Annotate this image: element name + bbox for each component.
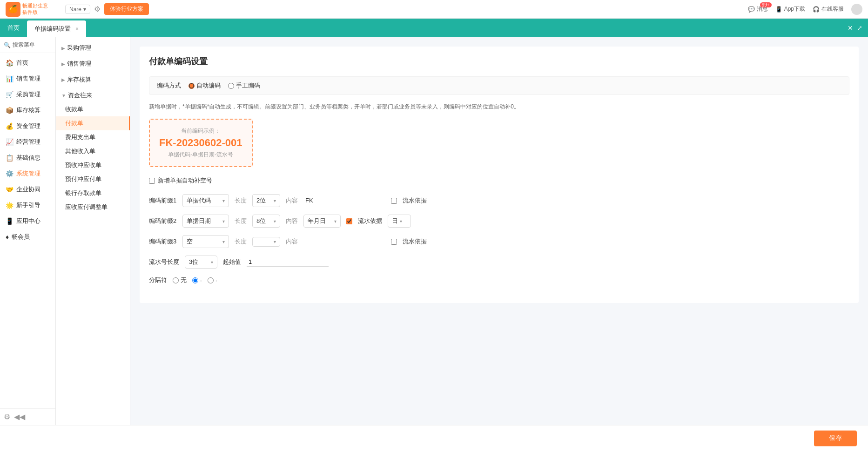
content2-select[interactable]: 年月日 ▾ — [303, 215, 341, 228]
fullscreen-icon[interactable]: ⤢ — [857, 24, 862, 32]
prefix2-select[interactable]: 单据日期 ▾ — [182, 215, 229, 228]
chevron-down-icon: ▾ — [274, 239, 276, 244]
sep-none-radio[interactable] — [173, 277, 179, 283]
length3-select[interactable]: ▾ — [252, 237, 280, 247]
prefix3-select[interactable]: 空 ▾ — [182, 235, 229, 248]
sep-none-option[interactable]: 无 — [173, 276, 187, 284]
manual-encode-option[interactable]: 手工编码 — [228, 81, 260, 90]
length2-select[interactable]: 8位 ▾ — [252, 215, 280, 228]
length2-label: 长度 — [235, 217, 247, 225]
member-icon: ♦ — [6, 233, 9, 241]
prefix2-label: 编码前缀2 — [149, 217, 177, 225]
sidebar-item-bank[interactable]: 银行存取款单 — [56, 186, 130, 200]
section-inventory: ▶ 库存核算 — [56, 73, 130, 87]
chevron-right-icon: ▶ — [61, 61, 65, 67]
serial-length-label: 流水号长度 — [149, 258, 179, 266]
separator-label: 分隔符 — [149, 276, 167, 284]
company-dropdown[interactable]: Nare ▾ — [65, 5, 90, 14]
sep-dot-option[interactable]: · — [192, 277, 202, 284]
sidebar-item-apps[interactable]: 📱 应用中心 — [0, 213, 55, 229]
basics-icon: 📋 — [6, 154, 13, 162]
search-menu-button[interactable]: 🔍 搜索菜单 — [0, 37, 55, 53]
content3-label: 内容 — [286, 237, 298, 246]
content1-input[interactable] — [303, 196, 385, 205]
section-inventory-header[interactable]: ▶ 库存核算 — [56, 73, 130, 87]
preview-code: FK-20230602-001 — [159, 137, 242, 149]
sidebar-item-receipt[interactable]: 收款单 — [56, 102, 130, 116]
manual-encode-radio[interactable] — [228, 83, 234, 89]
sep-dot2-option[interactable]: · — [208, 277, 217, 284]
sidebar-item-sales[interactable]: 📊 销售管理 — [0, 71, 55, 87]
prefix1-select[interactable]: 单据代码 ▾ — [182, 194, 229, 207]
tab-home[interactable]: 首页 — [0, 19, 27, 37]
settings-icon[interactable]: ⚙ — [94, 5, 101, 13]
section-sales: ▶ 销售管理 — [56, 57, 130, 71]
app-download-button[interactable]: 📱 App下载 — [775, 5, 805, 13]
sidebar-item-purchase[interactable]: 🛒 采购管理 — [0, 87, 55, 102]
sidebar-item-basics[interactable]: 📋 基础信息 — [0, 150, 55, 166]
chevron-down-icon: ▾ — [400, 219, 402, 224]
try-button[interactable]: 体验行业方案 — [104, 3, 149, 15]
avatar[interactable] — [851, 4, 862, 15]
separator-radio-group: 无 · · — [173, 276, 217, 284]
sidebar-item-inventory[interactable]: 📦 库存核算 — [0, 102, 55, 118]
sidebar-item-other-income[interactable]: 其他收入单 — [56, 144, 130, 158]
chevron-right-icon: ▶ — [61, 46, 65, 51]
length1-select[interactable]: 2位 ▾ — [252, 194, 280, 207]
auto-encode-radio[interactable] — [188, 83, 195, 89]
sidebar-item-home[interactable]: 🏠 首页 — [0, 55, 55, 71]
serial-length-select[interactable]: 3位 ▾ — [185, 256, 217, 269]
bottom-gear-icon[interactable]: ⚙ — [4, 412, 10, 421]
save-button[interactable]: 保存 — [814, 431, 857, 446]
chevron-down-icon: ▾ — [211, 260, 213, 265]
auto-encode-option[interactable]: 自动编码 — [188, 81, 221, 90]
sidebar-item-payment[interactable]: 付款单 — [56, 116, 130, 130]
start-value-input[interactable] — [247, 257, 329, 267]
collapse-icon[interactable]: ◀◀ — [14, 412, 25, 421]
serial-basis3-checkbox[interactable] — [391, 239, 397, 245]
sidebar-item-advance-receivable[interactable]: 预收冲应收单 — [56, 158, 130, 172]
sep-dot-radio[interactable] — [192, 277, 198, 283]
apps-icon: 📱 — [6, 217, 13, 225]
chevron-right-icon: ▶ — [61, 77, 65, 82]
finance-icon: 💰 — [6, 122, 13, 130]
prefix3-label: 编码前缀3 — [149, 237, 177, 246]
prefix-row-1: 编码前缀1 单据代码 ▾ 长度 2位 ▾ 内容 流水依据 — [149, 194, 849, 207]
auto-fill-checkbox[interactable] — [149, 178, 155, 184]
main-card: 付款单编码设置 编码方式 自动编码 手工编码 新增单据时，*单据编码*自动生成，… — [140, 47, 859, 303]
tab-close-icon[interactable]: × — [75, 26, 79, 32]
auto-fill-label: 新增单据自动补空号 — [158, 176, 212, 185]
chevron-down-icon: ▾ — [274, 198, 276, 203]
content3-input[interactable] — [303, 237, 385, 246]
system-icon: ⚙️ — [6, 170, 13, 177]
sidebar-item-business[interactable]: 📈 经营管理 — [0, 134, 55, 150]
sep-dot2-radio[interactable] — [208, 277, 214, 283]
chevron-down-icon: ▾ — [222, 219, 225, 224]
message-icon: 💬 — [748, 6, 755, 13]
encode-method-label: 编码方式 — [157, 81, 181, 90]
tab-encoding-settings[interactable]: 单据编码设置 × — [27, 20, 86, 37]
sidebar-item-enterprise[interactable]: 🤝 企业协同 — [0, 182, 55, 197]
serial-basis1-checkbox[interactable] — [391, 198, 397, 204]
content2-label: 内容 — [286, 217, 298, 225]
online-service-button[interactable]: 🎧 在线客服 — [813, 5, 844, 13]
top-bar-right: 💬 消息 99+ 📱 App下载 🎧 在线客服 — [748, 4, 862, 15]
sidebar-item-adjustment[interactable]: 应收应付调整单 — [56, 200, 130, 214]
section-purchase-header[interactable]: ▶ 采购管理 — [56, 41, 130, 55]
sales-icon: 📊 — [6, 75, 13, 82]
sidebar-item-guide[interactable]: 🌟 新手引导 — [0, 197, 55, 213]
sidebar-item-finance[interactable]: 💰 资金管理 — [0, 118, 55, 134]
section-finance-header[interactable]: ▼ 资金往来 — [56, 88, 130, 102]
close-window-icon[interactable]: ✕ — [848, 24, 853, 32]
serial-row: 流水号长度 3位 ▾ 起始值 — [149, 256, 849, 269]
sidebar-item-advance-payable[interactable]: 预付冲应付单 — [56, 172, 130, 186]
sidebar-item-member[interactable]: ♦ 畅会员 — [0, 229, 55, 245]
serial-basis2-checkbox[interactable] — [346, 218, 352, 224]
messages-button[interactable]: 💬 消息 99+ — [748, 5, 768, 13]
sidebar-item-system[interactable]: ⚙️ 系统管理 — [0, 166, 55, 182]
sidebar-item-expense[interactable]: 费用支出单 — [56, 130, 130, 144]
section-sales-header[interactable]: ▶ 销售管理 — [56, 57, 130, 71]
preview-box: 当前编码示例： FK-20230602-001 单据代码-单据日期-流水号 — [149, 119, 253, 167]
serial-basis1-label: 流水依据 — [403, 196, 427, 205]
day-select[interactable]: 日 ▾ — [388, 215, 411, 228]
